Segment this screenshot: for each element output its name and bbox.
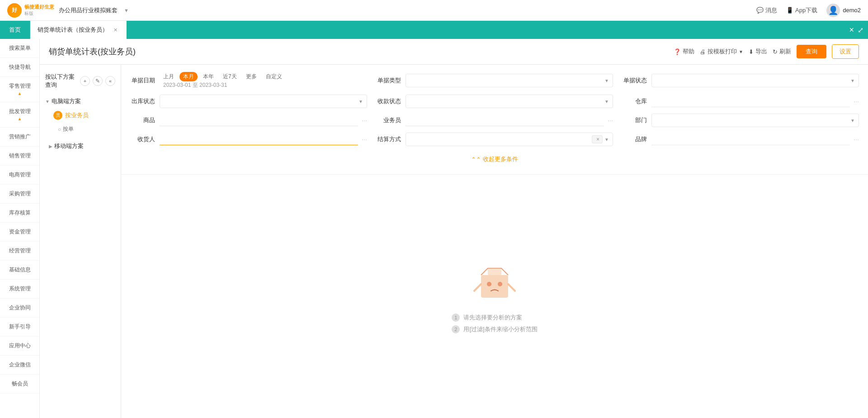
message-icon: 💬 (756, 7, 764, 14)
tab-home[interactable]: 首页 (0, 21, 30, 39)
add-scheme-btn[interactable]: + (80, 76, 90, 86)
sidebar-item-marketing[interactable]: 营销推广 (0, 128, 39, 147)
scheme-group-pc-header[interactable]: ▼ 电脑端方案 (40, 95, 121, 108)
sidebar-item-enterprise[interactable]: 企业协同 (0, 299, 39, 318)
scheme-item-salesperson[interactable]: 员 按业务员 (40, 108, 121, 123)
collapse-panel-btn[interactable]: « (105, 76, 115, 86)
filter-cell-warehouse: 仓库 ··· (622, 95, 859, 108)
svg-line-5 (508, 284, 515, 291)
salesperson-control: ··· (406, 114, 613, 126)
docstatus-select[interactable]: ▼ (651, 74, 859, 87)
sidebar-item-search[interactable]: 搜索菜单 (0, 39, 39, 58)
dept-control: ▼ (651, 114, 859, 127)
right-panel: 单据日期 上月 本月 本年 近7天 更多 自定义 20 (121, 65, 868, 418)
settlement-select[interactable]: × ▼ (406, 133, 613, 146)
goods-input[interactable] (160, 114, 358, 126)
filter-row-1: 单据日期 上月 本月 本年 近7天 更多 自定义 20 (130, 72, 859, 89)
date-btn-lastmonth[interactable]: 上月 (160, 72, 178, 81)
sidebar-item-guide[interactable]: 新手引导 (0, 318, 39, 337)
dept-select[interactable]: ▼ (651, 114, 859, 127)
date-btn-custom[interactable]: 自定义 (262, 72, 286, 81)
panel-header: 按以下方案查询 + ✎ « (40, 69, 121, 93)
settlement-tag-close[interactable]: × (596, 136, 599, 142)
refresh-btn[interactable]: ↻ 刷新 (773, 48, 791, 56)
scheme-item-order[interactable]: ○ 按单 (40, 123, 121, 136)
sidebar-item-sales[interactable]: 销售管理 (0, 147, 39, 166)
receiptstatus-select[interactable]: ▼ (406, 95, 613, 108)
date-btn-more[interactable]: 更多 (242, 72, 260, 81)
expand-window-icon[interactable]: ⤢ (858, 26, 863, 34)
receiver-dots[interactable]: ··· (362, 136, 367, 143)
help-btn[interactable]: ❓ 帮助 (674, 48, 694, 56)
sidebar-item-basic-info[interactable]: 基础信息 (0, 261, 39, 280)
date-control: 上月 本月 本年 近7天 更多 自定义 2023-03-01 至 2023-03… (160, 72, 367, 89)
tab-bar-right: × ⤢ (844, 21, 868, 39)
warehouse-label: 仓库 (622, 97, 651, 105)
user-area[interactable]: 👤 demo2 (826, 4, 861, 17)
sidebar-item-nav[interactable]: 快捷导航 (0, 58, 39, 77)
sidebar-item-finance[interactable]: 资金管理 (0, 223, 39, 242)
tab-sales-report[interactable]: 销货单统计表（按业务员） ✕ (30, 21, 127, 39)
filter-area: 单据日期 上月 本月 本年 近7天 更多 自定义 20 (121, 65, 868, 175)
salesperson-input[interactable] (406, 114, 604, 126)
date-btn-thisyear[interactable]: 本年 (199, 72, 217, 81)
receiver-input[interactable] (160, 133, 358, 145)
sidebar-item-inventory[interactable]: 库存核算 (0, 204, 39, 223)
sidebar-item-wechat[interactable]: 企业微信 (0, 356, 39, 375)
scheme-group-mobile: ▶ 移动端方案 (40, 138, 121, 155)
settings-button[interactable]: 设置 (832, 44, 859, 59)
brand-input[interactable] (651, 133, 850, 145)
sidebar-item-system[interactable]: 系统管理 (0, 280, 39, 299)
filter-cell-settlement: 结算方式 × ▼ (376, 133, 613, 146)
tab-close-btn[interactable]: ✕ (112, 26, 119, 33)
sidebar-item-purchase[interactable]: 采购管理 (0, 185, 39, 204)
template-print-btn[interactable]: 🖨 按模板打印 ▼ (700, 48, 743, 56)
sidebar-item-retail[interactable]: 零售管理 ▲ (0, 77, 39, 102)
filter-row-4: 收货人 ··· 结算方式 (130, 133, 859, 146)
export-btn[interactable]: ⬇ 导出 (749, 48, 767, 56)
brand-dots[interactable]: ··· (854, 136, 859, 143)
sidebar-item-ecommerce[interactable]: 电商管理 (0, 166, 39, 185)
sidebar-item-member[interactable]: 畅会员 (0, 375, 39, 394)
salesperson-dots[interactable]: ··· (608, 117, 613, 124)
close-window-icon[interactable]: × (849, 25, 854, 35)
app-download-btn[interactable]: 📱 App下载 (786, 6, 817, 14)
scheme-group-mobile-header[interactable]: ▶ 移动端方案 (40, 139, 121, 153)
filter-cell-salesperson: 业务员 ··· (376, 114, 613, 127)
date-btn-thismonth[interactable]: 本月 (179, 72, 198, 81)
logo-text: 畅捷通好生意 标版 (24, 4, 54, 17)
sidebar: 搜索菜单 快捷导航 零售管理 ▲ 批发管理 ▲ 营销推广 销售管理 电商管理 采… (0, 39, 40, 418)
collapse-filters-btn[interactable]: ⌃⌃ 收起更多条件 (130, 152, 859, 167)
empty-tip-1: 1 请先选择要分析的方案 (452, 314, 537, 322)
warehouse-dots[interactable]: ··· (854, 98, 859, 105)
refresh-icon: ↻ (773, 48, 778, 55)
warehouse-input[interactable] (651, 95, 850, 107)
docstatus-label: 单据状态 (622, 76, 651, 85)
date-btn-7days[interactable]: 近7天 (219, 72, 241, 81)
filter-cell-date: 单据日期 上月 本月 本年 近7天 更多 自定义 20 (130, 72, 367, 89)
app-title-dropdown[interactable]: ▼ (124, 8, 129, 13)
logo-area: 好 畅捷通好生意 标版 (7, 3, 54, 18)
sidebar-item-appstore[interactable]: 应用中心 (0, 337, 39, 356)
svg-point-3 (498, 282, 502, 286)
receiver-label: 收货人 (130, 135, 160, 143)
scheme-group-pc: ▼ 电脑端方案 员 按业务员 ○ 按单 (40, 93, 121, 138)
doctype-select[interactable]: ▼ (406, 74, 613, 87)
receiptstatus-control: ▼ (406, 95, 613, 108)
sidebar-item-operations[interactable]: 经营管理 (0, 242, 39, 261)
message-btn[interactable]: 💬 消息 (756, 6, 777, 14)
receiver-control: ··· (160, 133, 367, 145)
content-area: 销货单统计表(按业务员) ❓ 帮助 🖨 按模板打印 ▼ ⬇ 导出 ↻ 刷新 (40, 39, 868, 418)
download-icon: 📱 (786, 7, 793, 14)
outstatus-select[interactable]: ▼ (160, 95, 367, 108)
goods-dots[interactable]: ··· (362, 117, 367, 124)
query-button[interactable]: 查询 (797, 45, 826, 58)
goods-control: ··· (160, 114, 367, 126)
outstatus-arrow: ▼ (359, 99, 363, 104)
edit-scheme-btn[interactable]: ✎ (93, 76, 103, 86)
panel-header-label: 按以下方案查询 (45, 73, 80, 89)
panel-header-actions: + ✎ « (80, 76, 115, 86)
filter-cell-brand: 品牌 ··· (622, 133, 859, 146)
sidebar-item-wholesale[interactable]: 批发管理 ▲ (0, 102, 39, 128)
logo-icon: 好 (7, 3, 22, 18)
